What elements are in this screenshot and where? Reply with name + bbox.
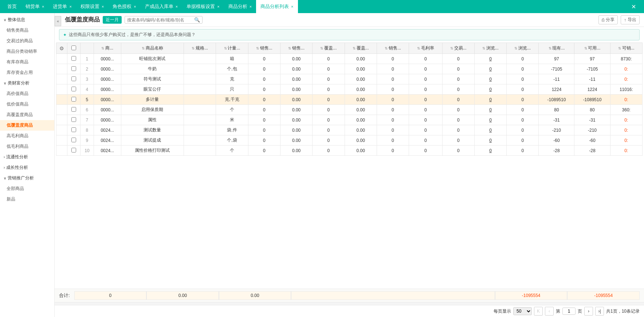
table-container[interactable]: ⚙ 商... 商品名称 规格... 计量... 销售... 销售... 覆盖..… bbox=[56, 43, 643, 289]
nav-item-permission[interactable]: 权限设置 × bbox=[76, 0, 108, 13]
th-cover-b[interactable]: 覆盖... bbox=[345, 43, 377, 54]
th-sellable[interactable]: 可销... bbox=[610, 43, 643, 54]
th-browse-b[interactable]: 浏览... bbox=[507, 43, 539, 54]
nav-item-analysis[interactable]: 商品分析 × bbox=[224, 0, 256, 13]
settings-icon[interactable]: ⚙ bbox=[59, 45, 64, 51]
row-checkbox[interactable] bbox=[71, 66, 76, 71]
sidebar-section-wealth[interactable]: ∨ 类财富分析 bbox=[0, 78, 54, 88]
browse-link[interactable]: 0 bbox=[489, 67, 492, 72]
browse-link[interactable]: 0 bbox=[489, 138, 492, 143]
th-name[interactable]: 商品名称 bbox=[121, 43, 184, 54]
sidebar-item-low-value[interactable]: 低价值商品 bbox=[0, 99, 54, 110]
th-current[interactable]: 现有... bbox=[539, 43, 574, 54]
footer-sales-amt: 0.00 bbox=[146, 291, 219, 300]
th-checkbox[interactable] bbox=[67, 43, 80, 54]
browse-link[interactable]: 0 bbox=[489, 107, 492, 112]
sidebar-item-sales-goods[interactable]: 销售类商品 bbox=[0, 25, 54, 36]
th-sales-c[interactable]: 销售... bbox=[377, 43, 409, 54]
nav-item-purchase[interactable]: 进货单 × bbox=[48, 0, 76, 13]
next-page-button[interactable]: › bbox=[584, 307, 593, 316]
browse-link[interactable]: 0 bbox=[489, 128, 492, 133]
arrow-growth-icon: › bbox=[4, 166, 5, 170]
row-checkbox[interactable] bbox=[71, 107, 76, 112]
th-spec[interactable]: 规格... bbox=[184, 43, 216, 54]
sidebar-section-liquidity[interactable]: › 流通性分析 bbox=[0, 152, 54, 162]
select-all-checkbox[interactable] bbox=[71, 45, 76, 50]
period-button[interactable]: 近一月 bbox=[103, 16, 122, 24]
table-row: 80024...测试数量袋,件00.0000.0000000-210-2100: bbox=[56, 125, 643, 135]
close-role-icon[interactable]: × bbox=[134, 4, 136, 9]
th-settings[interactable]: ⚙ bbox=[56, 43, 67, 54]
prev-page-button[interactable]: ‹ bbox=[545, 307, 554, 316]
nav-item-home[interactable]: 首页 bbox=[3, 0, 21, 13]
sidebar-item-high-coverage[interactable]: 高覆盖度商品 bbox=[0, 110, 54, 120]
nav-item-warehouse[interactable]: 产成品入库单 × bbox=[141, 0, 182, 13]
th-gross-rate[interactable]: 毛利率 bbox=[409, 43, 443, 54]
browse-link[interactable]: 0 bbox=[489, 77, 492, 82]
browse-link[interactable]: 0 bbox=[489, 148, 492, 153]
row-checkbox[interactable] bbox=[71, 138, 76, 142]
close-warehouse-icon[interactable]: × bbox=[176, 4, 178, 9]
browse-link[interactable]: 0 bbox=[489, 118, 492, 123]
th-code[interactable]: 商... bbox=[94, 43, 121, 54]
content-header: 低覆盖度商品 近一月 🔍 ⎙ 分享 ↑ 导出 bbox=[55, 13, 644, 27]
window-close-button[interactable]: ✕ bbox=[626, 3, 641, 10]
sidebar-collapse-button[interactable]: « bbox=[55, 16, 61, 26]
sidebar-item-all-goods[interactable]: 全部商品 bbox=[0, 183, 54, 194]
close-template-icon[interactable]: × bbox=[217, 4, 219, 9]
sidebar-section-growth[interactable]: › 成长性分析 bbox=[0, 162, 54, 173]
row-checkbox[interactable] bbox=[71, 127, 76, 132]
close-sales-icon[interactable]: × bbox=[42, 4, 44, 9]
sidebar-item-category-rate[interactable]: 商品分类动销率 bbox=[0, 46, 54, 57]
sidebar-section-marketing[interactable]: ∨ 营销推广分析 bbox=[0, 173, 54, 183]
sidebar-item-stock-fund[interactable]: 库存资金占用 bbox=[0, 67, 54, 78]
nav-item-analysis-list[interactable]: 商品分析列表 × bbox=[256, 0, 298, 13]
last-page-button[interactable]: ›| bbox=[595, 307, 604, 316]
sidebar-item-low-coverage[interactable]: 低覆盖度商品 bbox=[0, 120, 54, 131]
row-checkbox[interactable] bbox=[71, 76, 76, 81]
th-available[interactable]: 可用... bbox=[574, 43, 610, 54]
th-browse-a[interactable]: 浏览... bbox=[474, 43, 506, 54]
browse-link[interactable]: 0 bbox=[489, 97, 492, 102]
browse-link[interactable]: 0 bbox=[489, 87, 492, 92]
search-input[interactable] bbox=[127, 17, 193, 23]
search-icon[interactable]: 🔍 bbox=[194, 17, 200, 23]
sidebar-item-low-gross[interactable]: 低毛利商品 bbox=[0, 141, 54, 152]
th-unit[interactable]: 计量... bbox=[216, 43, 248, 54]
close-analysis-list-icon[interactable]: × bbox=[291, 4, 293, 9]
page-label: 第 bbox=[556, 308, 560, 314]
sidebar-item-new-goods[interactable]: 新品 bbox=[0, 194, 54, 205]
close-analysis-icon[interactable]: × bbox=[250, 4, 252, 9]
horizontal-scrollbar[interactable] bbox=[55, 302, 644, 305]
browse-link[interactable]: 0 bbox=[489, 56, 492, 62]
close-permission-icon[interactable]: × bbox=[102, 4, 104, 9]
share-button[interactable]: ⎙ 分享 bbox=[598, 15, 618, 24]
row-checkbox[interactable] bbox=[71, 87, 76, 91]
sidebar-item-in-stock[interactable]: 有库存商品 bbox=[0, 57, 54, 67]
per-page-select[interactable]: 50 10 20 100 bbox=[513, 307, 532, 315]
th-cover-a[interactable]: 覆盖... bbox=[313, 43, 345, 54]
th-sales-qty[interactable]: 销售... bbox=[248, 43, 280, 54]
row-checkbox[interactable] bbox=[71, 148, 76, 152]
th-num bbox=[80, 43, 94, 54]
per-page-label: 每页显示 bbox=[494, 308, 511, 314]
arrow-liquidity-icon: › bbox=[4, 155, 5, 159]
sidebar-item-high-value[interactable]: 高价值商品 bbox=[0, 88, 54, 99]
page-input[interactable] bbox=[562, 308, 576, 315]
row-checkbox[interactable] bbox=[71, 117, 76, 122]
row-checkbox[interactable] bbox=[71, 97, 76, 102]
nav-item-role[interactable]: 角色授权 × bbox=[108, 0, 140, 13]
first-page-button[interactable]: K bbox=[534, 307, 543, 316]
th-sales-amt[interactable]: 销售... bbox=[280, 43, 312, 54]
page-label-2: 页 bbox=[578, 308, 582, 314]
close-purchase-icon[interactable]: × bbox=[69, 4, 71, 9]
sidebar-section-overall[interactable]: ∨ 整体信息 bbox=[0, 15, 54, 25]
sidebar-item-high-gross[interactable]: 高毛利商品 bbox=[0, 131, 54, 141]
nav-item-sales[interactable]: 销货单 × bbox=[21, 0, 48, 13]
sidebar-item-traded[interactable]: 交易过的商品 bbox=[0, 36, 54, 46]
row-checkbox[interactable] bbox=[71, 56, 76, 61]
footer-label: 合计: bbox=[59, 292, 70, 299]
th-trade[interactable]: 交易... bbox=[442, 43, 474, 54]
nav-item-template[interactable]: 单据模板设置 × bbox=[182, 0, 224, 13]
export-button[interactable]: ↑ 导出 bbox=[621, 15, 640, 24]
